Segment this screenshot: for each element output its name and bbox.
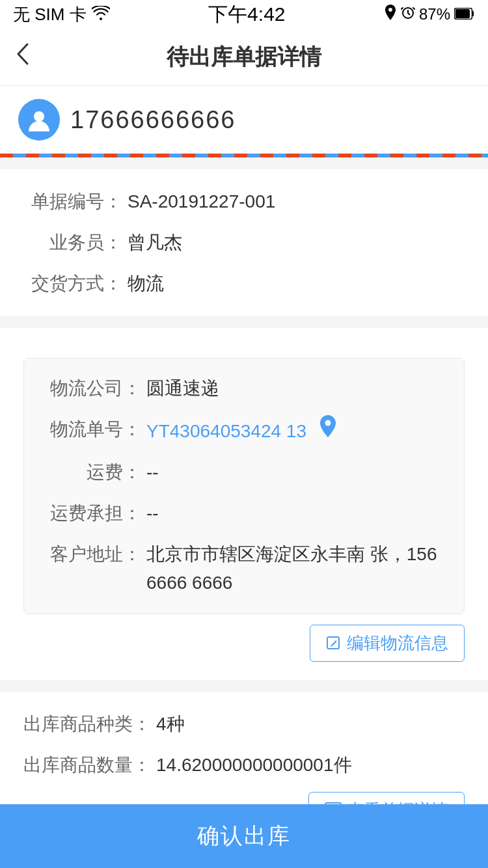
delivery-method-row: 交货方式： 物流 bbox=[23, 269, 465, 299]
freight-label: 运费： bbox=[42, 458, 146, 487]
freight-bearer-row: 运费承担： -- bbox=[42, 499, 446, 528]
battery-label: 87% bbox=[419, 5, 450, 23]
freight-bearer-label: 运费承担： bbox=[42, 499, 146, 528]
status-time: 下午4:42 bbox=[208, 1, 285, 28]
freight-bearer-value: -- bbox=[146, 499, 446, 528]
location-status-icon bbox=[384, 5, 397, 24]
salesman-label: 业务员： bbox=[23, 228, 128, 258]
order-info-section: 单据编号： SA-20191227-001 业务员： 曾凡杰 交货方式： 物流 bbox=[0, 169, 488, 316]
wifi-icon bbox=[92, 5, 110, 25]
order-no-label: 单据编号： bbox=[23, 187, 128, 217]
customer-header: 17666666666 bbox=[0, 86, 488, 154]
freight-row: 运费： -- bbox=[42, 458, 446, 487]
tracking-no-value: YT43064053424 13 bbox=[146, 415, 446, 446]
back-button[interactable] bbox=[16, 42, 30, 72]
logistics-company-label: 物流公司： bbox=[42, 374, 146, 403]
alarm-icon bbox=[401, 5, 415, 23]
logistics-section: 物流公司： 圆通速递 物流单号： YT43064053424 13 运费： --… bbox=[0, 328, 488, 680]
goods-types-value: 4种 bbox=[156, 710, 465, 739]
goods-types-label: 出库商品种类： bbox=[23, 710, 156, 739]
battery-icon bbox=[454, 5, 475, 23]
customer-address-value: 北京市市辖区海淀区永丰南 张，156 6666 6666 bbox=[146, 540, 446, 599]
logistics-company-value: 圆通速递 bbox=[146, 374, 446, 403]
delivery-method-value: 物流 bbox=[128, 269, 465, 299]
order-no-row: 单据编号： SA-20191227-001 bbox=[23, 187, 465, 217]
page-title: 待出库单据详情 bbox=[167, 42, 321, 72]
edit-icon bbox=[326, 636, 342, 651]
goods-quantity-label: 出库商品数量： bbox=[23, 751, 156, 780]
edit-logistics-button[interactable]: 编辑物流信息 bbox=[310, 625, 465, 662]
customer-address-row: 客户地址： 北京市市辖区海淀区永丰南 张，156 6666 6666 bbox=[42, 540, 446, 599]
salesman-row: 业务员： 曾凡杰 bbox=[23, 228, 465, 258]
carrier-label: 无 SIM 卡 bbox=[13, 3, 87, 26]
customer-phone: 17666666666 bbox=[70, 106, 236, 134]
dashed-separator bbox=[0, 154, 488, 157]
goods-types-row: 出库商品种类： 4种 bbox=[23, 710, 465, 739]
order-no-value: SA-20191227-001 bbox=[128, 187, 465, 217]
logistics-company-row: 物流公司： 圆通速递 bbox=[42, 374, 446, 403]
avatar bbox=[18, 99, 60, 141]
status-left: 无 SIM 卡 bbox=[13, 3, 110, 26]
freight-value: -- bbox=[146, 458, 446, 487]
svg-rect-2 bbox=[455, 9, 470, 18]
edit-btn-container: 编辑物流信息 bbox=[23, 625, 465, 662]
confirm-button-label: 确认出库 bbox=[197, 821, 291, 851]
status-bar: 无 SIM 卡 下午4:42 87% bbox=[0, 0, 488, 29]
status-right: 87% bbox=[384, 5, 475, 24]
svg-point-3 bbox=[34, 111, 44, 122]
svg-rect-4 bbox=[327, 637, 339, 649]
confirm-bar[interactable]: 确认出库 bbox=[0, 804, 488, 868]
goods-quantity-value: 14.620000000000001件 bbox=[156, 751, 465, 780]
customer-address-label: 客户地址： bbox=[42, 540, 146, 569]
delivery-method-label: 交货方式： bbox=[23, 269, 128, 299]
edit-logistics-label: 编辑物流信息 bbox=[347, 632, 448, 655]
logistics-card: 物流公司： 圆通速递 物流单号： YT43064053424 13 运费： --… bbox=[23, 358, 465, 614]
nav-bar: 待出库单据详情 bbox=[0, 29, 488, 86]
salesman-value: 曾凡杰 bbox=[128, 228, 465, 258]
tracking-location-icon bbox=[318, 415, 338, 437]
tracking-no-label: 物流单号： bbox=[42, 415, 146, 444]
goods-quantity-row: 出库商品数量： 14.620000000000001件 bbox=[23, 751, 465, 780]
tracking-no-row: 物流单号： YT43064053424 13 bbox=[42, 415, 446, 446]
